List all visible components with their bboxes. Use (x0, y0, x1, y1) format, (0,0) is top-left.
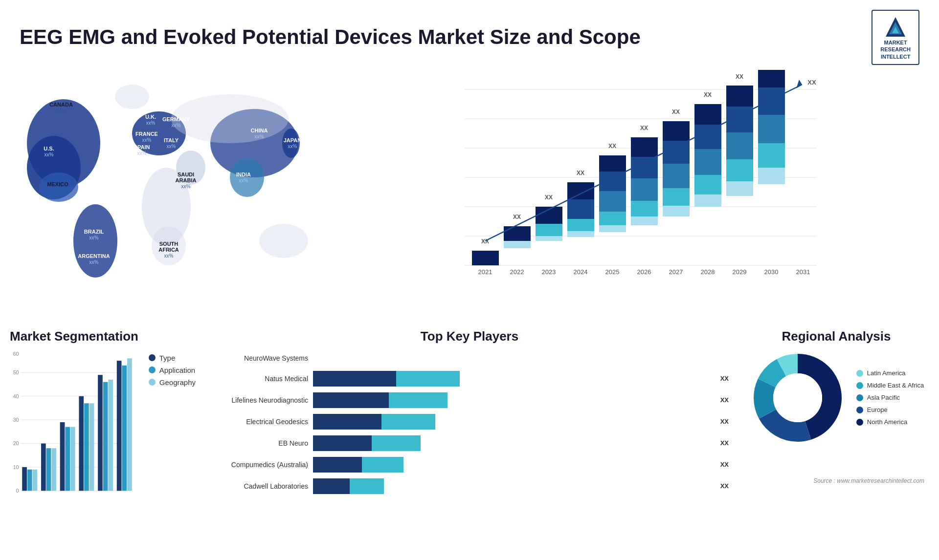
svg-rect-109 (758, 168, 785, 184)
svg-text:GERMANY: GERMANY (162, 116, 190, 122)
svg-rect-75 (599, 212, 626, 225)
segmentation-title: Market Segmentation (10, 329, 196, 344)
legend-asia-pacific: Asia Pacific (856, 394, 924, 401)
svg-text:XX: XX (736, 73, 743, 80)
svg-rect-97 (694, 149, 721, 175)
svg-rect-74 (599, 225, 626, 232)
svg-rect-98 (694, 125, 721, 149)
svg-rect-134 (27, 470, 32, 491)
svg-rect-133 (22, 467, 27, 491)
regional-title: Regional Analysis (743, 329, 929, 344)
logo-icon (883, 15, 908, 39)
cadwell-bar-light (350, 478, 384, 494)
svg-text:2025: 2025 (99, 495, 111, 495)
asia-pacific-dot (856, 394, 863, 401)
svg-text:2024: 2024 (80, 495, 92, 495)
application-legend-dot (149, 366, 156, 373)
lifelines-bar-light (389, 392, 447, 408)
world-map: CANADA xx% U.S. xx% MEXICO xx% BRAZIL xx… (10, 70, 333, 304)
electrical-bar-dark (313, 414, 381, 430)
svg-text:xx%: xx% (239, 178, 248, 183)
middle-east-africa-dot (856, 382, 863, 389)
svg-rect-104 (726, 132, 753, 159)
svg-text:20: 20 (13, 440, 19, 446)
player-bar-lifelines (313, 392, 713, 408)
svg-text:2028: 2028 (701, 268, 715, 276)
svg-rect-110 (758, 143, 785, 168)
svg-rect-113 (758, 70, 785, 87)
svg-rect-71 (567, 182, 594, 199)
svg-text:xx%: xx% (45, 152, 54, 157)
svg-rect-91 (663, 141, 690, 164)
svg-text:xx%: xx% (89, 259, 99, 265)
latin-america-dot (856, 370, 863, 377)
svg-text:JAPAN: JAPAN (284, 137, 302, 143)
geography-legend-dot (149, 379, 156, 386)
svg-text:xx%: xx% (57, 108, 66, 113)
svg-text:FRANCE: FRANCE (135, 131, 158, 137)
svg-text:2025: 2025 (605, 268, 620, 276)
player-name-compumedics: Compumedics (Australia) (210, 461, 308, 469)
eb-bar-light (372, 435, 421, 451)
svg-rect-63 (536, 236, 562, 241)
bar-chart-container: XX 2021 XX 2022 XX 2023 XX 2024 (352, 70, 919, 304)
svg-text:xx%: xx% (137, 151, 147, 156)
svg-text:U.K.: U.K. (145, 114, 156, 120)
svg-text:2021: 2021 (478, 268, 492, 276)
svg-text:2029: 2029 (733, 268, 747, 276)
player-name-cadwell: Cadwell Laboratories (210, 482, 308, 490)
svg-rect-148 (117, 361, 122, 491)
svg-text:2023: 2023 (542, 268, 556, 276)
svg-rect-92 (663, 121, 690, 141)
svg-text:XX: XX (807, 79, 816, 86)
svg-text:CANADA: CANADA (49, 102, 73, 108)
svg-text:30: 30 (13, 417, 19, 423)
svg-point-15 (115, 85, 149, 109)
bottom-content-row: Market Segmentation 0 10 20 30 40 50 60 (0, 324, 939, 560)
segmentation-section: Market Segmentation 0 10 20 30 40 50 60 (10, 329, 196, 560)
north-america-label: North America (867, 418, 907, 426)
svg-rect-103 (726, 159, 753, 181)
svg-text:xx%: xx% (164, 253, 174, 258)
svg-text:U.S.: U.S. (44, 146, 54, 151)
svg-rect-81 (631, 216, 658, 225)
svg-rect-141 (70, 427, 75, 491)
svg-text:xx%: xx% (167, 144, 176, 149)
svg-rect-138 (51, 448, 56, 491)
segmentation-legend: Type Application Geography (149, 354, 196, 495)
svg-rect-112 (758, 87, 785, 115)
type-legend-label: Type (159, 354, 176, 362)
donut-chart-svg (749, 349, 847, 447)
svg-rect-70 (567, 199, 594, 219)
svg-rect-135 (33, 470, 38, 491)
europe-dot (856, 407, 863, 413)
svg-text:xx%: xx% (172, 123, 181, 128)
svg-text:CHINA: CHINA (251, 128, 268, 133)
geography-legend-label: Geography (159, 378, 196, 387)
svg-text:xx%: xx% (255, 134, 264, 139)
svg-rect-146 (103, 382, 108, 491)
player-bar-compumedics (313, 457, 713, 473)
svg-rect-95 (694, 194, 721, 207)
svg-text:XX: XX (704, 91, 712, 98)
svg-text:10: 10 (13, 464, 19, 470)
svg-text:2022: 2022 (43, 495, 54, 495)
svg-rect-64 (536, 224, 562, 236)
svg-rect-76 (599, 191, 626, 212)
svg-text:xx%: xx% (53, 188, 63, 193)
eb-bar-dark (313, 435, 372, 451)
page-title: EEG EMG and Evoked Potential Devices Mar… (20, 25, 641, 49)
svg-rect-106 (726, 86, 753, 107)
north-america-dot (856, 419, 863, 426)
svg-rect-143 (84, 403, 89, 491)
middle-east-africa-label: Middle East & Africa (867, 382, 924, 389)
svg-rect-83 (631, 178, 658, 201)
player-value-compumedics: XX (720, 461, 729, 468)
svg-point-14 (259, 224, 308, 258)
svg-text:XX: XX (513, 214, 521, 220)
svg-text:SAUDI: SAUDI (178, 172, 194, 177)
svg-text:SPAIN: SPAIN (134, 144, 150, 150)
svg-text:SOUTH: SOUTH (159, 241, 179, 247)
svg-rect-77 (599, 172, 626, 191)
type-legend-dot (149, 354, 156, 361)
